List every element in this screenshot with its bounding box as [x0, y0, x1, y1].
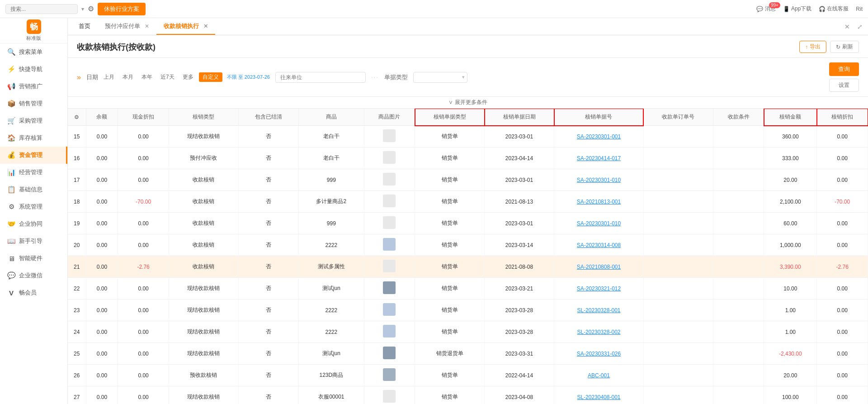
cell-type: 收款核销: [169, 256, 238, 278]
sidebar-item-shortcut[interactable]: ⚡ 快捷导航: [0, 61, 67, 78]
message-link[interactable]: 💬 消息 99+: [756, 5, 776, 13]
cell-no: 24: [68, 321, 86, 343]
cell-cash-discount: 0.00: [118, 299, 169, 321]
cell-balance: 0.00: [86, 169, 118, 191]
cell-goods: 2222: [298, 234, 364, 256]
online-service-link[interactable]: 🎧 在线客服: [819, 5, 849, 13]
sidebar-item-finance[interactable]: 💰 资金管理: [0, 147, 67, 164]
cell-order-no: [643, 126, 713, 147]
cell-goods-img: [364, 213, 415, 234]
product-img: [383, 390, 396, 403]
cell-no: 17: [68, 169, 86, 191]
app-download-link[interactable]: 📱 App下载: [783, 5, 811, 13]
cell-bill-no[interactable]: ABC-001: [554, 365, 644, 386]
search-input[interactable]: [5, 4, 78, 14]
filter-last7[interactable]: 近7天: [158, 72, 177, 82]
cell-goods-img: [364, 299, 415, 321]
cell-bill-no[interactable]: SA-20230301-001: [554, 126, 644, 147]
tab-receivable[interactable]: 收款核销执行 ✕: [156, 19, 215, 35]
basic-icon: 📋: [7, 185, 15, 194]
cell-balance: 0.00: [86, 126, 118, 147]
cell-bill-type: 销货单: [415, 365, 485, 386]
product-img: [383, 347, 396, 359]
sidebar-item-hardware[interactable]: 🖥 智能硬件: [0, 250, 67, 267]
filter-this-year[interactable]: 本年: [139, 72, 155, 82]
col-settings[interactable]: ⚙: [68, 109, 86, 126]
cell-bill-no[interactable]: SA-20230331-026: [554, 343, 644, 365]
product-img: [383, 303, 396, 316]
cell-amount: 1.00: [764, 321, 817, 343]
sidebar-item-guide[interactable]: 📖 新手引导: [0, 233, 67, 250]
cell-bill-no[interactable]: SA-20230301-010: [554, 213, 644, 234]
sidebar-item-sales[interactable]: 📦 销售管理: [0, 95, 67, 112]
sidebar-item-purchase[interactable]: 🛒 采购管理: [0, 112, 67, 129]
cell-bill-no[interactable]: SA-20210808-001: [554, 256, 644, 278]
cell-discount: 0.00: [817, 169, 868, 191]
cell-type: 现结收款核销: [169, 321, 238, 343]
cell-cash-discount: 0.00: [118, 386, 169, 404]
sidebar-item-collab[interactable]: 🤝 企业协同: [0, 215, 67, 233]
finance-icon: 💰: [7, 151, 15, 159]
cell-amount: -2,430.00: [764, 343, 817, 365]
tab-bar-expand-icon[interactable]: ⤢: [855, 21, 864, 32]
sidebar-label-marketing: 营销推广: [19, 82, 42, 90]
single-type-select[interactable]: [413, 72, 467, 83]
tab-close-receivable[interactable]: ✕: [203, 23, 208, 29]
expand-more-bar[interactable]: ∨ 展开更多条件: [68, 97, 868, 109]
industry-btn[interactable]: 休验行业方案: [98, 3, 146, 15]
cell-bill-no[interactable]: SA-20230321-012: [554, 278, 644, 299]
cell-bill-no[interactable]: SA-20230414-017: [554, 147, 644, 169]
sidebar-label-collab: 企业协同: [19, 220, 42, 228]
sidebar-label-system: 系统管理: [19, 203, 42, 211]
cell-bill-type: 销货单: [415, 278, 485, 299]
sidebar-item-wechat[interactable]: 💬 企业微信: [0, 267, 67, 284]
sidebar-item-inventory[interactable]: 🏠 库存核算: [0, 129, 67, 147]
cell-included: 否: [238, 126, 298, 147]
cell-included: 否: [238, 365, 298, 386]
filter-last-month[interactable]: 上月: [101, 72, 117, 82]
cell-goods-img: [364, 234, 415, 256]
filter-this-month[interactable]: 本月: [120, 72, 136, 82]
cell-bill-no[interactable]: SA-20230314-008: [554, 234, 644, 256]
cell-bill-no[interactable]: SA-20230301-010: [554, 169, 644, 191]
product-img: [383, 325, 396, 337]
filter-expand-arrow[interactable]: »: [77, 73, 81, 81]
refresh-btn[interactable]: ↻ 刷新: [830, 41, 859, 53]
table-row: 23 0.00 0.00 现结收款核销 否 2222 销货单 2023-03-2…: [68, 299, 868, 321]
export-btn[interactable]: ↑ 导出: [799, 41, 826, 53]
cell-bill-date: 2023-04-08: [485, 386, 554, 404]
sidebar-item-search[interactable]: 🔍 搜索菜单: [0, 43, 67, 61]
dropdown-icon[interactable]: ▾: [81, 6, 84, 12]
sidebar-item-management[interactable]: 📊 经营管理: [0, 164, 67, 181]
cell-goods: 2222: [298, 321, 364, 343]
msg-badge: 99+: [769, 2, 780, 8]
query-btn[interactable]: 查询: [829, 62, 859, 76]
filter-more[interactable]: 更多: [180, 72, 196, 82]
cell-bill-no[interactable]: SL-20230328-001: [554, 299, 644, 321]
tab-bar-close-icon[interactable]: ✕: [843, 21, 852, 32]
cell-condition: [713, 234, 764, 256]
search-icon: 🔍: [7, 48, 15, 56]
sidebar-item-system[interactable]: ⚙ 系统管理: [0, 198, 67, 215]
from-unit-input[interactable]: [275, 72, 366, 83]
filter-custom[interactable]: 自定义: [199, 72, 222, 82]
cell-bill-no[interactable]: SL-20230408-001: [554, 386, 644, 404]
sidebar-item-vip[interactable]: V 畅会员: [0, 284, 67, 301]
cell-type: 收款核销: [169, 213, 238, 234]
cell-bill-no[interactable]: SA-20210813-001: [554, 191, 644, 213]
tab-home[interactable]: 首页: [71, 19, 98, 35]
gear-icon[interactable]: ⚙: [88, 5, 94, 13]
sidebar-item-basic[interactable]: 📋 基础信息: [0, 181, 67, 198]
cell-included: 否: [238, 191, 298, 213]
cell-bill-no[interactable]: SL-20230328-002: [554, 321, 644, 343]
table-container[interactable]: ⚙ 余额 现金折扣 核销类型 包含已结清 商品 商品图片 核销单据类型 核销单据…: [68, 109, 868, 404]
filter-dots: ···: [371, 74, 379, 81]
tab-close-prepay[interactable]: ✕: [145, 23, 149, 29]
cell-order-no: [643, 386, 713, 404]
tab-prepay[interactable]: 预付冲应付单 ✕: [98, 19, 156, 35]
table-row: 24 0.00 0.00 现结收款核销 否 2222 销货单 2023-03-2…: [68, 321, 868, 343]
settings-btn[interactable]: 设置: [829, 79, 859, 92]
sidebar-item-marketing[interactable]: 📢 营销推广: [0, 78, 67, 95]
cell-bill-type: 销货单: [415, 169, 485, 191]
single-type-label: 单据类型: [384, 73, 408, 81]
